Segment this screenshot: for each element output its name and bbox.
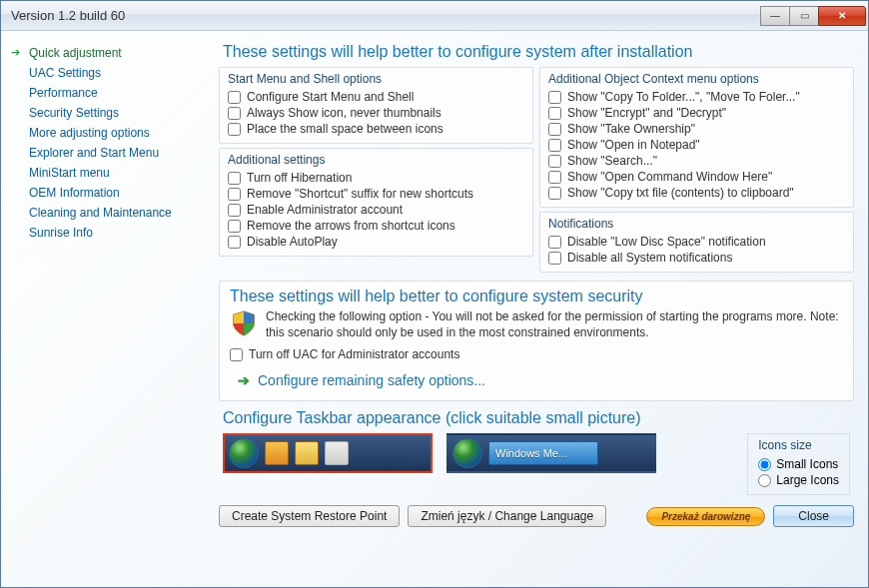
context-panel: Additional Object Context menu options S… — [539, 67, 854, 208]
change-language-button[interactable]: Zmień język / Change Language — [408, 505, 606, 527]
nav-security-settings[interactable]: Security Settings — [11, 103, 211, 123]
opt-search[interactable]: Show "Search..." — [548, 153, 845, 169]
opt-take-ownership[interactable]: Show "Take Ownership" — [548, 121, 845, 137]
nav-quick-adjustment[interactable]: Quick adjustment — [11, 43, 211, 63]
window-title: Version 1.2 build 60 — [11, 8, 761, 23]
taskbar-icon — [295, 441, 319, 465]
app-body: Quick adjustment UAC Settings Performanc… — [1, 31, 868, 587]
opt-remove-arrows[interactable]: Remove the arrows from shortcut icons — [228, 218, 524, 234]
icons-size-title: Icons size — [758, 438, 839, 452]
opt-disable-all-notif[interactable]: Disable all System notifications — [548, 250, 845, 266]
close-button[interactable]: Close — [773, 505, 854, 527]
start-orb-icon — [452, 438, 482, 468]
bottom-bar: Create System Restore Point Zmień język … — [219, 505, 854, 527]
main-panel: These settings will help better to confi… — [211, 31, 868, 587]
nav-performance[interactable]: Performance — [11, 83, 211, 103]
icons-size-group: Icons size Small Icons Large Icons — [747, 433, 850, 495]
opt-copy-move-folder[interactable]: Show "Copy To Folder...", "Move To Foler… — [548, 89, 845, 105]
app-window: Version 1.2 build 60 — ▭ ✕ Quick adjustm… — [0, 0, 869, 588]
start-orb-icon — [229, 438, 259, 468]
nav-more-adjusting[interactable]: More adjusting options — [11, 123, 211, 143]
close-window-button[interactable]: ✕ — [818, 6, 866, 26]
opt-open-notepad[interactable]: Show "Open in Notepad" — [548, 137, 845, 153]
nav-uac-settings[interactable]: UAC Settings — [11, 63, 211, 83]
context-title: Additional Object Context menu options — [548, 72, 845, 86]
taskbar-preview-large[interactable]: Windows Me... — [446, 433, 656, 473]
section1-title: These settings will help better to confi… — [223, 43, 854, 61]
security-panel: These settings will help better to confi… — [219, 281, 854, 401]
opt-enable-admin[interactable]: Enable Administrator account — [228, 202, 524, 218]
nav-explorer-start[interactable]: Explorer and Start Menu — [11, 143, 211, 163]
nav-list: Quick adjustment UAC Settings Performanc… — [11, 43, 211, 243]
radio-large-icons[interactable]: Large Icons — [758, 472, 839, 488]
opt-disable-autoplay[interactable]: Disable AutoPlay — [228, 234, 524, 250]
notifications-panel: Notifications Disable "Low Disc Space" n… — [539, 212, 854, 273]
create-restore-button[interactable]: Create System Restore Point — [219, 505, 400, 527]
additional-panel: Additional settings Turn off Hibernation… — [219, 148, 533, 257]
minimize-button[interactable]: — — [760, 6, 790, 26]
titlebar: Version 1.2 build 60 — ▭ ✕ — [1, 1, 868, 31]
configure-safety-link[interactable]: ➔ Configure remaining safety options... — [238, 372, 843, 388]
security-info: Checking the following option - You will… — [266, 309, 843, 340]
section3-title: Configure Taskbar appearance (click suit… — [223, 409, 854, 427]
additional-title: Additional settings — [228, 153, 524, 167]
opt-small-space-icons[interactable]: Place the small space between icons — [228, 121, 524, 137]
opt-turn-off-hibernation[interactable]: Turn off Hibernation — [228, 170, 524, 186]
notifications-title: Notifications — [548, 217, 845, 231]
nav-ministart[interactable]: MiniStart menu — [11, 163, 211, 183]
sidebar: Quick adjustment UAC Settings Performanc… — [1, 31, 211, 587]
section2-title: These settings will help better to confi… — [230, 288, 843, 305]
opt-encrypt-decrypt[interactable]: Show "Encrypt" and "Decrypt" — [548, 105, 845, 121]
arrow-right-icon: ➔ — [238, 372, 250, 388]
opt-remove-shortcut-suffix[interactable]: Remove "Shortcut" suffix for new shortcu… — [228, 186, 524, 202]
taskbar-icon — [265, 441, 289, 465]
nav-sunrise-info[interactable]: Sunrise Info — [11, 223, 211, 243]
opt-copy-txt[interactable]: Show "Copy txt file (contents) to clipbo… — [548, 185, 845, 201]
maximize-button[interactable]: ▭ — [789, 6, 819, 26]
opt-configure-start-menu[interactable]: Configure Start Menu and Shell — [228, 89, 524, 105]
shield-icon — [230, 309, 258, 337]
window-controls: — ▭ ✕ — [761, 6, 866, 26]
nav-oem-info[interactable]: OEM Information — [11, 183, 211, 203]
startmenu-panel: Start Menu and Shell options Configure S… — [219, 67, 533, 144]
taskbar-icon — [325, 441, 349, 465]
opt-open-cmd[interactable]: Show "Open Command Window Here" — [548, 169, 845, 185]
opt-always-show-icon[interactable]: Always Show icon, never thumbnails — [228, 105, 524, 121]
taskbar-button-labeled: Windows Me... — [488, 441, 598, 465]
nav-cleaning[interactable]: Cleaning and Maintenance — [11, 203, 211, 223]
donate-button[interactable]: Przekaż darowiznę — [646, 507, 765, 526]
startmenu-title: Start Menu and Shell options — [228, 72, 524, 86]
opt-disable-lowdisk[interactable]: Disable "Low Disc Space" notification — [548, 234, 845, 250]
taskbar-preview-small[interactable] — [223, 433, 433, 473]
opt-turn-off-uac[interactable]: Turn off UAC for Administrator accounts — [230, 346, 843, 362]
radio-small-icons[interactable]: Small Icons — [758, 456, 839, 472]
